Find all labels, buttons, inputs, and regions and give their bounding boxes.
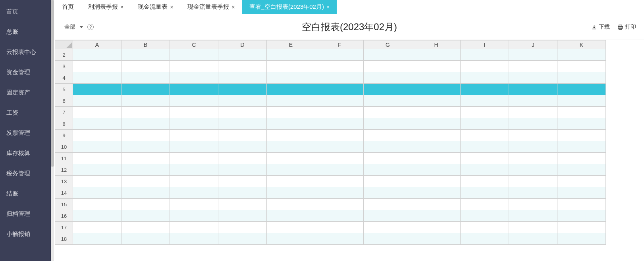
cell[interactable] (557, 72, 606, 84)
cell[interactable] (267, 84, 315, 95)
cell[interactable] (315, 176, 364, 187)
column-header[interactable]: H (412, 40, 461, 49)
cell[interactable] (509, 61, 557, 72)
cell[interactable] (315, 118, 364, 130)
row-header[interactable]: 10 (55, 141, 73, 153)
cell[interactable] (557, 210, 606, 222)
cell[interactable] (267, 61, 315, 72)
cell[interactable] (267, 176, 315, 187)
print-button[interactable]: 打印 (617, 23, 636, 31)
cell[interactable] (121, 84, 170, 95)
cell[interactable] (412, 118, 461, 130)
cell[interactable] (461, 95, 509, 107)
cell[interactable] (170, 72, 218, 84)
sidebar-scrollbar-thumb[interactable] (51, 0, 54, 167)
cell[interactable] (267, 49, 315, 61)
cell[interactable] (364, 141, 412, 153)
cell[interactable] (412, 233, 461, 245)
cell[interactable] (412, 130, 461, 141)
cell[interactable] (121, 210, 170, 222)
cell[interactable] (412, 84, 461, 95)
cell[interactable] (121, 61, 170, 72)
cell[interactable] (412, 210, 461, 222)
cell[interactable] (315, 153, 364, 164)
cell[interactable] (315, 222, 364, 233)
row-header[interactable]: 2 (55, 49, 73, 61)
cell[interactable] (364, 95, 412, 107)
row-header[interactable]: 5 (55, 84, 73, 95)
cell[interactable] (364, 199, 412, 210)
tab-profit-quarterly[interactable]: 利润表季报 × (81, 0, 131, 14)
row-header[interactable]: 18 (55, 233, 73, 245)
cell[interactable] (218, 61, 267, 72)
cell[interactable] (218, 49, 267, 61)
cell[interactable] (267, 233, 315, 245)
close-icon[interactable]: × (120, 4, 123, 10)
cell[interactable] (557, 84, 606, 95)
cell[interactable] (364, 49, 412, 61)
cell[interactable] (461, 49, 509, 61)
cell[interactable] (509, 107, 557, 118)
column-header[interactable]: F (315, 40, 364, 49)
cell[interactable] (218, 210, 267, 222)
sidebar-item-inventory[interactable]: 库存核算 (0, 143, 50, 163)
cell[interactable] (557, 187, 606, 199)
cell[interactable] (218, 164, 267, 176)
cell[interactable] (412, 222, 461, 233)
cell[interactable] (121, 164, 170, 176)
cell[interactable] (267, 199, 315, 210)
download-button[interactable]: 下载 (591, 23, 610, 31)
row-header[interactable]: 11 (55, 153, 73, 164)
cell[interactable] (557, 153, 606, 164)
cell[interactable] (315, 233, 364, 245)
cell[interactable] (412, 199, 461, 210)
filter-dropdown[interactable]: 全部 ? (64, 23, 94, 31)
cell[interactable] (315, 187, 364, 199)
cell[interactable] (121, 49, 170, 61)
cell[interactable] (73, 164, 121, 176)
sidebar-item-closing[interactable]: 结账 (0, 184, 50, 204)
cell[interactable] (121, 176, 170, 187)
column-header[interactable]: I (461, 40, 509, 49)
cell[interactable] (557, 141, 606, 153)
sheet-corner[interactable] (55, 40, 73, 49)
cell[interactable] (509, 222, 557, 233)
cell[interactable] (412, 61, 461, 72)
cell[interactable] (73, 130, 121, 141)
cell[interactable] (364, 164, 412, 176)
cell[interactable] (170, 199, 218, 210)
cell[interactable] (412, 141, 461, 153)
cell[interactable] (170, 49, 218, 61)
cell[interactable] (315, 49, 364, 61)
cell[interactable] (73, 233, 121, 245)
cell[interactable] (412, 107, 461, 118)
cell[interactable] (121, 118, 170, 130)
cell[interactable] (364, 130, 412, 141)
close-icon[interactable]: × (326, 4, 330, 10)
sidebar-item-home[interactable]: 首页 (0, 2, 50, 22)
cell[interactable] (461, 199, 509, 210)
cell[interactable] (461, 61, 509, 72)
cell[interactable] (170, 84, 218, 95)
cell[interactable] (315, 72, 364, 84)
cell[interactable] (364, 176, 412, 187)
cell[interactable] (557, 222, 606, 233)
cell[interactable] (461, 130, 509, 141)
cell[interactable] (364, 118, 412, 130)
cell[interactable] (267, 141, 315, 153)
spreadsheet[interactable]: ABCDEFGHIJK23456789101112131415161718 (55, 40, 644, 261)
cell[interactable] (509, 72, 557, 84)
cell[interactable] (509, 199, 557, 210)
cell[interactable] (509, 233, 557, 245)
cell[interactable] (461, 118, 509, 130)
cell[interactable] (73, 84, 121, 95)
cell[interactable] (170, 210, 218, 222)
cell[interactable] (557, 176, 606, 187)
sidebar-item-general-ledger[interactable]: 总账 (0, 22, 50, 42)
cell[interactable] (364, 61, 412, 72)
cell[interactable] (364, 84, 412, 95)
cell[interactable] (218, 141, 267, 153)
cell[interactable] (218, 84, 267, 95)
cell[interactable] (509, 118, 557, 130)
cell[interactable] (315, 141, 364, 153)
